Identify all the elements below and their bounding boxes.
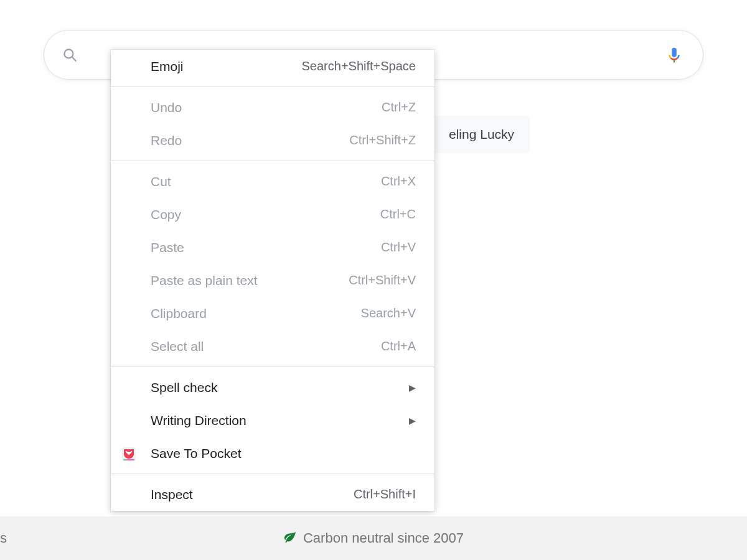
button-label: eling Lucky (449, 127, 514, 142)
leaf-icon (283, 530, 297, 547)
footer-carbon-neutral[interactable]: Carbon neutral since 2007 (283, 530, 464, 547)
menu-item-copy[interactable]: Copy Ctrl+C (111, 198, 435, 231)
menu-shortcut: Ctrl+Z (382, 100, 416, 114)
menu-shortcut: Ctrl+A (381, 339, 416, 353)
footer-center-label: Carbon neutral since 2007 (303, 530, 464, 546)
menu-shortcut: Search+Shift+Space (302, 59, 416, 73)
menu-item-undo[interactable]: Undo Ctrl+Z (111, 91, 435, 124)
menu-label: Inspect (151, 487, 354, 502)
menu-label: Paste as plain text (151, 273, 349, 288)
search-icon (60, 45, 79, 64)
menu-shortcut: Ctrl+X (381, 174, 416, 189)
menu-shortcut: Ctrl+C (380, 207, 416, 222)
pocket-icon (121, 446, 137, 462)
menu-label: Paste (151, 240, 381, 255)
menu-label: Redo (151, 133, 349, 148)
menu-shortcut: Ctrl+Shift+V (349, 273, 416, 287)
menu-item-paste[interactable]: Paste Ctrl+V (111, 231, 435, 264)
menu-label: Save To Pocket (151, 446, 416, 461)
menu-item-cut[interactable]: Cut Ctrl+X (111, 165, 435, 198)
menu-label: Copy (151, 207, 380, 222)
context-menu: Emoji Search+Shift+Space Undo Ctrl+Z Red… (111, 50, 435, 511)
menu-label: Select all (151, 339, 381, 354)
menu-divider (111, 474, 435, 474)
menu-divider (111, 161, 435, 161)
menu-label: Undo (151, 100, 382, 115)
menu-item-select-all[interactable]: Select all Ctrl+A (111, 330, 435, 363)
svg-line-1 (72, 57, 75, 60)
svg-point-0 (64, 49, 73, 58)
menu-item-spell-check[interactable]: Spell check ▶ (111, 371, 435, 404)
menu-item-emoji[interactable]: Emoji Search+Shift+Space (111, 50, 435, 83)
menu-shortcut: Ctrl+V (381, 240, 416, 254)
voice-search-icon[interactable] (663, 44, 685, 66)
menu-label: Clipboard (151, 306, 361, 321)
submenu-arrow-icon: ▶ (409, 416, 416, 426)
submenu-arrow-icon: ▶ (409, 383, 416, 393)
menu-divider (111, 366, 435, 367)
feeling-lucky-button[interactable]: eling Lucky (433, 116, 530, 153)
menu-item-save-to-pocket[interactable]: Save To Pocket (111, 437, 435, 470)
menu-label: Writing Direction (151, 413, 409, 428)
footer-left-fragment: s (0, 530, 7, 546)
menu-label: Spell check (151, 380, 409, 395)
svg-rect-4 (123, 459, 134, 460)
footer: s Carbon neutral since 2007 (0, 516, 747, 560)
menu-label: Emoji (151, 59, 302, 74)
menu-shortcut: Search+V (361, 306, 416, 320)
menu-divider (111, 86, 435, 87)
menu-shortcut: Ctrl+Shift+Z (349, 133, 416, 147)
menu-item-paste-as-plain-text[interactable]: Paste as plain text Ctrl+Shift+V (111, 264, 435, 297)
menu-item-redo[interactable]: Redo Ctrl+Shift+Z (111, 124, 435, 157)
menu-item-writing-direction[interactable]: Writing Direction ▶ (111, 404, 435, 437)
menu-shortcut: Ctrl+Shift+I (354, 487, 416, 502)
menu-item-inspect[interactable]: Inspect Ctrl+Shift+I (111, 478, 435, 511)
menu-item-clipboard[interactable]: Clipboard Search+V (111, 297, 435, 330)
menu-label: Cut (151, 174, 381, 189)
